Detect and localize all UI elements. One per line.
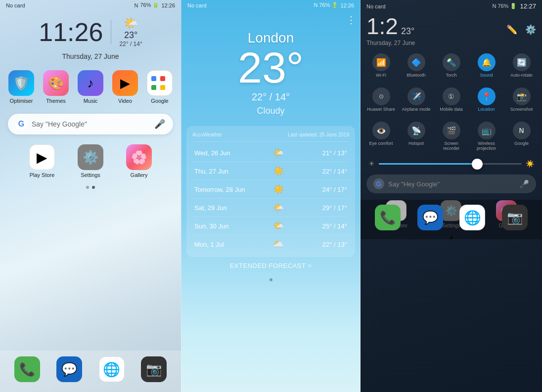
- notif-dock-chrome[interactable]: 🌐: [453, 205, 492, 230]
- toggle-screen-recorder[interactable]: 🎬 Screen recorder: [435, 119, 468, 154]
- hwshare-label: Huawei Share: [367, 107, 395, 112]
- app-video[interactable]: ▶ Video: [110, 70, 140, 104]
- brightness-thumb[interactable]: [472, 159, 483, 170]
- brightness-track[interactable]: [379, 163, 522, 165]
- forecast-day-4: Sun, 30 Jun: [194, 222, 249, 230]
- toggle-huawei-share[interactable]: ⊙ Huawei Share: [364, 85, 398, 115]
- app-music[interactable]: ♪ Music: [75, 70, 106, 104]
- weather-header: London 23° 22° / 14° Cloudy: [181, 10, 360, 126]
- notif-dock-camera[interactable]: 📷: [496, 205, 534, 230]
- notif-header-row: 1:2 23° Thursday, 27 June ✏️ ⚙️: [361, 11, 542, 48]
- forecast-temps-5: 22° / 13°: [308, 241, 347, 248]
- google-g-icon: G: [16, 119, 27, 130]
- toggle-wireless-projection[interactable]: 📺 Wireless projection: [470, 119, 503, 154]
- brightness-row: ☀ ☀️: [361, 156, 542, 172]
- forecast-row-4: Sun, 30 Jun 🌤️ 25° / 14°: [192, 217, 349, 235]
- video-label: Video: [118, 98, 132, 104]
- music-label: Music: [84, 98, 98, 104]
- phone-icon: 📞: [14, 356, 40, 382]
- notif-search-placeholder: Say "Hey Google": [388, 180, 515, 188]
- quick-toggles-row1: 📶 Wi-Fi 🔷 Bluetooth 🔦 Torch 🔔 Sound 🔄 Au…: [361, 48, 542, 83]
- forecast-temps-3: 29° / 17°: [308, 204, 347, 212]
- google-label: Google: [151, 98, 168, 104]
- toggle-bluetooth[interactable]: 🔷 Bluetooth: [400, 50, 433, 81]
- notif-google-g: G: [373, 178, 384, 189]
- weather-menu-dots[interactable]: ⋮: [346, 14, 356, 26]
- weather-icon: 🌤️: [124, 16, 138, 30]
- forecast-updated: Last updated: 25 June 2019: [288, 132, 349, 137]
- airplane-icon: ✈️: [407, 87, 425, 105]
- wireless-proj-label: Wireless projection: [472, 141, 501, 151]
- forecast-day-3: Sat, 29 Jun: [194, 204, 249, 212]
- app-themes[interactable]: 🎨 Themes: [41, 70, 71, 104]
- nfc-label: Google: [514, 141, 529, 146]
- notif-clock-block: 1:2 23° Thursday, 27 June: [366, 13, 415, 46]
- toggle-hotspot[interactable]: 📡 Hotspot: [400, 119, 433, 154]
- chrome-icon: 🌐: [99, 356, 125, 382]
- extended-forecast-button[interactable]: EXTENDED FORECAST >: [181, 257, 360, 274]
- time-2: 12:26: [340, 2, 354, 8]
- notif-status-bar: No card N 76% 🔋 12:27: [361, 0, 542, 11]
- app-optimiser[interactable]: 🛡️ Optimiser: [6, 70, 37, 104]
- toggle-sound[interactable]: 🔔 Sound: [470, 50, 503, 81]
- page-dots-1: [0, 186, 181, 189]
- app-playstore[interactable]: ▶ Play Store: [20, 144, 64, 178]
- forecast-temps-1: 22° / 14°: [308, 168, 347, 175]
- torch-toggle-icon: 🔦: [443, 53, 460, 71]
- autorotate-toggle-icon: 🔄: [513, 53, 531, 71]
- clock-time: 11:26: [39, 19, 103, 45]
- edit-icon[interactable]: ✏️: [506, 24, 517, 35]
- weather-panel: No card N 76% 🔋 12:26 ⋮ London 23° 22° /…: [181, 0, 361, 392]
- forecast-row-2: Tomorrow, 28 Jun ☀️ 24° / 17°: [192, 180, 349, 199]
- notif-chrome-icon: 🌐: [459, 205, 485, 230]
- clock-weather: 🌤️ 23° 22° / 14°: [119, 16, 142, 47]
- playstore-label: Play Store: [30, 172, 55, 178]
- forecast-temps-0: 21° / 13°: [308, 149, 347, 157]
- notif-dock-messages[interactable]: 💬: [411, 205, 450, 230]
- app-google[interactable]: Google: [144, 70, 175, 104]
- quick-toggles-row3: 👁️ Eye comfort 📡 Hotspot 🎬 Screen record…: [361, 117, 542, 156]
- carrier-2: No card: [187, 2, 207, 8]
- search-bar[interactable]: G Say "Hey Google" 🎤: [8, 114, 173, 134]
- toggle-eye-comfort[interactable]: 👁️ Eye comfort: [364, 119, 398, 154]
- toggle-wifi[interactable]: 📶 Wi-Fi: [364, 50, 398, 81]
- dock-messages[interactable]: 💬: [50, 356, 89, 382]
- forecast-day-2: Tomorrow, 28 Jun: [194, 186, 249, 193]
- clock-temp-range: 22° / 14°: [119, 41, 142, 47]
- forecast-source: AccuWeather: [192, 132, 222, 137]
- notif-icons-right: ✏️ ⚙️: [506, 24, 536, 35]
- dock-camera[interactable]: 📷: [135, 356, 174, 382]
- mic-icon[interactable]: 🎤: [154, 119, 165, 130]
- toggle-nfc[interactable]: N Google: [505, 119, 538, 154]
- notif-time: 12:27: [520, 2, 536, 10]
- notif-clock-display: 1:2: [366, 13, 398, 40]
- notif-carrier: No card: [366, 3, 386, 9]
- app-gallery[interactable]: 🌸 Gallery: [117, 144, 161, 178]
- dock-chrome[interactable]: 🌐: [92, 356, 131, 382]
- dock-phone[interactable]: 📞: [8, 356, 46, 382]
- forecast-day-1: Thu, 27 Jun: [194, 168, 249, 175]
- toggle-screenshot[interactable]: 📸 Screenshot: [505, 85, 538, 115]
- toggle-mobile-data[interactable]: ① Mobile data: [435, 85, 468, 115]
- forecast-icon-2: ☀️: [249, 184, 308, 195]
- weather-big-temp: 23°: [238, 46, 304, 89]
- toggle-location[interactable]: 📍 Location: [470, 85, 503, 115]
- clock-date: Thursday, 27 June: [0, 52, 181, 60]
- toggle-airplane[interactable]: ✈️ Airplane mode: [400, 85, 433, 115]
- notif-signal: N 76% 🔋: [492, 3, 517, 9]
- screen-recorder-label: Screen recorder: [437, 141, 466, 151]
- notif-mic-icon[interactable]: 🎤: [519, 179, 529, 189]
- notif-search-bar[interactable]: G Say "Hey Google" 🎤: [366, 174, 536, 193]
- notif-messages-icon: 💬: [417, 205, 443, 230]
- toggle-torch[interactable]: 🔦 Torch: [435, 50, 468, 81]
- brightness-max-icon: ☀️: [526, 160, 534, 168]
- themes-label: Themes: [46, 98, 66, 104]
- autorotate-label: Auto-rotate: [510, 73, 533, 78]
- notif-dock-phone[interactable]: 📞: [368, 205, 407, 230]
- settings-shade-icon[interactable]: ⚙️: [525, 24, 536, 35]
- notif-camera-icon: 📷: [502, 205, 528, 230]
- app-settings[interactable]: ⚙️ Settings: [68, 144, 113, 178]
- toggle-autorotate[interactable]: 🔄 Auto-rotate: [505, 50, 538, 81]
- hotspot-icon: 📡: [407, 122, 425, 139]
- hwshare-icon: ⊙: [372, 87, 390, 105]
